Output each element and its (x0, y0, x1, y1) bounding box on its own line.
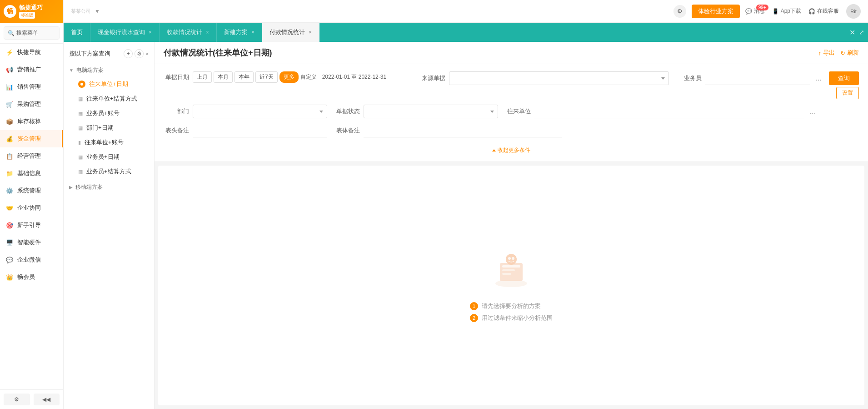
gear-button[interactable]: ⚙ (673, 5, 686, 18)
svg-rect-3 (502, 265, 520, 268)
svg-point-6 (506, 254, 517, 265)
scheme-item-salesman-date[interactable]: ▦ 业务员+日期 (64, 150, 154, 164)
sidebar-item-purchase[interactable]: 🛒 采购管理 (0, 96, 63, 113)
date-range-text: 2022-01-01 至 2022-12-31 (322, 73, 386, 81)
avatar[interactable]: Rit (846, 4, 861, 19)
tab-home[interactable]: 首页 (64, 23, 90, 42)
svg-point-7 (508, 257, 511, 260)
filter-group-date: 单据日期 上月 本月 本年 近7天 更多 自定义 2022-01-01 至 20… (164, 71, 413, 83)
scheme-settings-button[interactable]: ⚙ (135, 49, 144, 58)
tabbar-expand-button[interactable]: ⤢ (859, 29, 864, 36)
filter-settings-button[interactable]: 设置 (836, 87, 859, 99)
tab-payment-stats[interactable]: 付款情况统计 × (262, 23, 319, 42)
page-header: 付款情况统计(往来单位+日期) ↑ 导出 ↻ 刷新 (155, 42, 868, 64)
sidebar-item-marketing[interactable]: 📢 营销推广 (0, 61, 63, 78)
collapse-chevron-up-icon (492, 149, 496, 151)
scheme-group-mobile-header[interactable]: ▶ 移动端方案 (64, 181, 154, 194)
sidebar-item-system[interactable]: ⚙️ 系统管理 (0, 182, 63, 199)
tab-close-receipt-stats[interactable]: × (206, 29, 209, 35)
app-icon: 📱 (772, 8, 779, 15)
scheme-item-salesman-payment[interactable]: ▦ 业务员+结算方式 (64, 164, 154, 179)
tabbar-close-all-button[interactable]: ✕ (849, 28, 855, 37)
filter-group-salesman: 业务员 ... (676, 71, 822, 85)
date-this-year-button[interactable]: 本年 (234, 71, 254, 83)
scheme-item-salesman-account[interactable]: ▦ 业务员+账号 (64, 106, 154, 121)
date-custom-label[interactable]: 自定义 (300, 73, 317, 81)
doc-status-label: 单据状态 (334, 107, 360, 116)
refresh-button[interactable]: ↻ 刷新 (840, 49, 859, 57)
partner-dots[interactable]: ... (809, 107, 815, 116)
sidebar: 畅 畅捷通巧 标准版 🔍 搜索菜单 ⚡ 快捷导航 📢 营销推广 📊 销售管理 🛒… (0, 0, 64, 409)
scheme-item-partner-account[interactable]: ▮ 往来单位+账号 (64, 135, 154, 150)
sidebar-item-inventory[interactable]: 📦 库存核算 (0, 113, 63, 130)
sidebar-search-section: 🔍 搜索菜单 (0, 23, 63, 44)
filter-area: 单据日期 上月 本月 本年 近7天 更多 自定义 2022-01-01 至 20… (155, 64, 868, 162)
search-menu-button[interactable]: 🔍 搜索菜单 (4, 26, 60, 40)
sidebar-item-member[interactable]: 👑 畅会员 (0, 268, 63, 286)
scheme-panel-actions: + ⚙ « (124, 49, 149, 58)
sidebar-item-finance[interactable]: 💰 资金管理 (0, 130, 63, 147)
tab-close-bank-flow[interactable]: × (149, 29, 152, 35)
empty-hint-2: 2 用过滤条件来缩小分析范围 (470, 314, 553, 322)
sidebar-item-operation[interactable]: 📋 经营管理 (0, 147, 63, 165)
tab-close-payment-stats[interactable]: × (309, 29, 312, 35)
date-7days-button[interactable]: 近7天 (255, 71, 278, 83)
date-this-month-button[interactable]: 本月 (214, 71, 233, 83)
date-last-month-button[interactable]: 上月 (193, 71, 212, 83)
table-header-input[interactable] (193, 124, 327, 137)
sidebar-collapse-button[interactable]: ◀◀ (34, 394, 60, 405)
dept-select[interactable] (193, 105, 327, 118)
sales-icon: 📊 (5, 83, 14, 91)
source-select[interactable] (449, 71, 669, 85)
tab-bank-flow[interactable]: 现金银行流水查询 × (90, 23, 160, 42)
scheme-item-partner-date[interactable]: 往来单位+日期 (64, 77, 154, 91)
sidebar-settings-button[interactable]: ⚙ (4, 394, 30, 405)
svg-rect-4 (502, 269, 515, 271)
app-download-button[interactable]: 📱 App下载 (772, 7, 801, 15)
date-buttons: 上月 本月 本年 近7天 更多 自定义 (193, 71, 317, 83)
mobile-group-arrow: ▶ (69, 185, 73, 190)
sidebar-item-enterprise[interactable]: 🤝 企业协同 (0, 199, 63, 217)
sidebar-item-sales[interactable]: 📊 销售管理 (0, 78, 63, 96)
filter-group-doc-status: 单据状态 (334, 105, 498, 118)
tab-new-scheme[interactable]: 新建方案 × (217, 23, 262, 42)
sidebar-item-quick-nav[interactable]: ⚡ 快捷导航 (0, 44, 63, 61)
trial-button[interactable]: 体验行业方案 (692, 5, 740, 18)
scheme-group-desktop: ▼ 电脑端方案 往来单位+日期 ▦ 往来单位+结算方式 ▦ 业务员+账号 (64, 64, 154, 179)
message-icon: 💬 (745, 8, 752, 15)
sidebar-item-hardware[interactable]: 🖥️ 智能硬件 (0, 234, 63, 251)
sidebar-item-guide[interactable]: 🎯 新手引导 (0, 217, 63, 234)
tab-close-new-scheme[interactable]: × (251, 29, 254, 35)
page-title: 付款情况统计(往来单位+日期) (164, 47, 272, 58)
search-icon: 🔍 (8, 30, 15, 36)
salesman-dots[interactable]: ... (816, 74, 822, 82)
doc-status-select[interactable] (364, 105, 498, 118)
settings-icon: ⚙ (14, 396, 19, 403)
export-icon: ↑ (818, 50, 822, 56)
collapse-icon: ◀◀ (42, 396, 50, 403)
logo-badge: 标准版 (19, 12, 35, 19)
table-body-input[interactable] (364, 124, 562, 137)
service-button[interactable]: 🎧 在线客服 (808, 7, 839, 15)
dept-chevron-icon (319, 111, 323, 113)
collapse-more-button[interactable]: 收起更多条件 (492, 146, 530, 154)
sidebar-nav: ⚡ 快捷导航 📢 营销推广 📊 销售管理 🛒 采购管理 📦 库存核算 💰 资金管… (0, 44, 63, 389)
scheme-item-dept-date[interactable]: ▦ 部门+日期 (64, 121, 154, 135)
message-button[interactable]: 💬 消息 99+ (745, 7, 765, 15)
doc-status-chevron-icon (490, 111, 494, 113)
source-label: 来源单据 (420, 74, 445, 82)
export-button[interactable]: ↑ 导出 (818, 49, 835, 57)
topbar-right: 💬 消息 99+ 📱 App下载 🎧 在线客服 Rit (745, 4, 861, 19)
scheme-item-partner-payment[interactable]: ▦ 往来单位+结算方式 (64, 91, 154, 106)
sidebar-header: 畅 畅捷通巧 标准版 (0, 0, 63, 23)
sidebar-item-wechat[interactable]: 💬 企业微信 (0, 251, 63, 268)
scheme-add-button[interactable]: + (124, 49, 133, 58)
content-area: 按以下方案查询 + ⚙ « ▼ 电脑端方案 往来单位+日 (64, 42, 868, 409)
scheme-group-desktop-header[interactable]: ▼ 电脑端方案 (64, 64, 154, 77)
date-more-button[interactable]: 更多 (279, 71, 299, 83)
sidebar-item-basic[interactable]: 📁 基础信息 (0, 165, 63, 182)
scheme-collapse-button[interactable]: « (145, 50, 149, 57)
query-button[interactable]: 查询 (829, 71, 859, 85)
tab-receipt-stats[interactable]: 收款情况统计 × (160, 23, 217, 42)
filter-group-table-body: 表体备注 (334, 124, 562, 137)
